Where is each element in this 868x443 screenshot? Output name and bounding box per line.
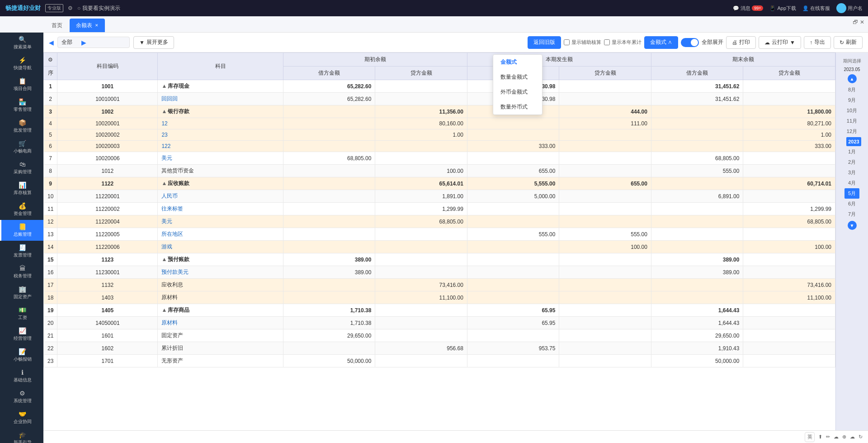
cell-name[interactable]: 游戏: [158, 241, 283, 253]
dropdown-item-0[interactable]: 金额式: [493, 55, 542, 70]
export-btn[interactable]: ↑ 导出: [804, 36, 831, 49]
table-row[interactable]: 3 1002 ▲银行存款 11,356.00 444.00 11,800.00: [44, 105, 835, 118]
sidebar-item-1[interactable]: ⚡快捷导航: [0, 53, 43, 74]
table-row[interactable]: 6 10020003 122 333.00 333.00: [44, 141, 835, 152]
sidebar-item-5[interactable]: 🛒小畅电商: [0, 137, 43, 157]
collapse-up-btn[interactable]: ▲: [848, 74, 857, 83]
cell-name[interactable]: 美元: [158, 152, 283, 165]
show-annual-checkbox[interactable]: 显示本年累计: [604, 39, 642, 46]
sidebar-item-0[interactable]: 🔍搜索菜单: [0, 33, 43, 53]
cell-name[interactable]: 回回回: [158, 93, 283, 105]
month-item-0[interactable]: 8月: [844, 85, 859, 95]
window-restore-icon[interactable]: 🗗: [853, 19, 858, 25]
table-row[interactable]: 2 10010001 回回回 65,282.60 33,830.98 31,45…: [44, 93, 835, 105]
month-item-10[interactable]: 5月: [844, 188, 859, 199]
sidebar-item-13[interactable]: 💵工资: [0, 303, 43, 324]
table-row[interactable]: 14 11220006 游戏 100.00 100.00: [44, 241, 835, 253]
settings-icon[interactable]: ⚙: [68, 5, 73, 11]
back-icon[interactable]: ◀: [49, 39, 54, 46]
table-row[interactable]: 8 1012 其他货币资金 100.00 655.00 555.00: [44, 165, 835, 177]
table-row[interactable]: 21 1601 固定资产 29,650.00 29,650.00: [44, 329, 835, 342]
table-row[interactable]: 5 10020002 23 1.00 1.00: [44, 129, 835, 141]
sidebar-item-17[interactable]: ⚙系统管理: [0, 386, 43, 407]
window-close-icon[interactable]: ✕: [860, 19, 864, 25]
sidebar-item-8[interactable]: 💰资金管理: [0, 199, 43, 220]
month-item-8[interactable]: 3月: [844, 167, 859, 178]
print-btn[interactable]: 🖨 打印: [726, 36, 756, 49]
dropdown-item-3[interactable]: 数量外币式: [493, 100, 542, 114]
demo-btn[interactable]: ○ 我要看实例演示: [77, 5, 120, 12]
show-auxiliary-checkbox[interactable]: 显示辅助核算: [564, 39, 601, 46]
refresh-status-icon[interactable]: ↻: [859, 434, 863, 440]
table-row[interactable]: 13 11220005 所在地区 555.00 555.00: [44, 228, 835, 241]
lang-btn[interactable]: 英: [805, 432, 815, 442]
cell-name[interactable]: 122: [158, 141, 283, 152]
table-row[interactable]: 12 11220004 美元 68,805.00 68,805.00: [44, 215, 835, 228]
table-row[interactable]: 4 10020001 12 80,160.00 111.00 80,271.00: [44, 118, 835, 129]
sidebar-item-16[interactable]: ℹ基础信息: [0, 366, 43, 386]
col-gear[interactable]: ⚙: [44, 53, 57, 67]
user-avatar[interactable]: 用户名: [836, 3, 863, 13]
sidebar-item-15[interactable]: 📝小畅报销: [0, 345, 43, 366]
edit-icon[interactable]: ✏: [826, 434, 830, 440]
month-item-5[interactable]: 2023: [846, 137, 861, 146]
sidebar-item-10[interactable]: 🧾发票管理: [0, 241, 43, 262]
cell-name[interactable]: 23: [158, 129, 283, 141]
table-row[interactable]: 18 1403 原材料 11,100.00 11,100.00: [44, 291, 835, 304]
table-row[interactable]: 9 1122 ▲应收账款 65,614.01 5,555.00 655.00 6…: [44, 177, 835, 190]
plus-icon[interactable]: ⊕: [842, 434, 846, 440]
sidebar-item-3[interactable]: 🏪零售管理: [0, 95, 43, 116]
table-row[interactable]: 1 1001 ▲库存现金 65,282.60 33,830.98 31,451.…: [44, 80, 835, 93]
tab-home[interactable]: 首页: [45, 19, 69, 32]
app-download-btn[interactable]: 📱 App下载: [769, 5, 796, 12]
cell-name[interactable]: 人民币: [158, 190, 283, 203]
table-row[interactable]: 11 11220002 往来标签 1,299.99 1,299.99: [44, 203, 835, 215]
dropdown-item-1[interactable]: 数量金额式: [493, 70, 542, 85]
cloud-print-btn[interactable]: ☁ 云打印 ▼: [759, 36, 801, 49]
month-item-1[interactable]: 9月: [844, 95, 859, 105]
table-row[interactable]: 17 1132 应收利息 73,416.00 73,416.00: [44, 279, 835, 291]
upload-icon[interactable]: ⬆: [818, 434, 822, 440]
cell-name[interactable]: 预付款美元: [158, 266, 283, 279]
cloud2-icon[interactable]: ☁: [850, 434, 855, 440]
sidebar-item-11[interactable]: 🏛税务管理: [0, 262, 43, 282]
cell-name[interactable]: 美元: [158, 215, 283, 228]
table-row[interactable]: 15 1123 ▲预付账款 389.00 389.00: [44, 253, 835, 266]
sidebar-item-4[interactable]: 📦批发管理: [0, 116, 43, 137]
month-item-7[interactable]: 2月: [844, 157, 859, 167]
return-old-btn[interactable]: 返回旧版: [528, 36, 561, 49]
month-item-2[interactable]: 10月: [844, 105, 859, 116]
month-item-12[interactable]: 7月: [844, 209, 859, 219]
cell-name[interactable]: 所在地区: [158, 228, 283, 241]
month-item-11[interactable]: 6月: [844, 199, 859, 209]
cloud-icon[interactable]: ☁: [834, 434, 839, 440]
sidebar-item-9[interactable]: 📒总账管理: [0, 220, 43, 241]
month-item-6[interactable]: 1月: [844, 147, 859, 157]
cell-name[interactable]: 原材料: [158, 317, 283, 329]
month-item-4[interactable]: 12月: [844, 126, 859, 137]
cell-name[interactable]: 往来标签: [158, 203, 283, 215]
table-row[interactable]: 16 11230001 预付款美元 389.00 389.00: [44, 266, 835, 279]
sidebar-item-14[interactable]: 📈经营管理: [0, 324, 43, 345]
table-row[interactable]: 23 1701 无形资产 50,000.00 50,000.00: [44, 355, 835, 367]
sidebar-item-19[interactable]: 🎓新手引导: [0, 428, 43, 443]
table-row[interactable]: 22 1602 累计折旧 956.68 953.75 1,910.43: [44, 342, 835, 355]
collapse-down-btn[interactable]: ▼: [848, 221, 857, 230]
sidebar-item-7[interactable]: 📊库存核算: [0, 178, 43, 199]
sidebar-item-6[interactable]: 🛍采购管理: [0, 157, 43, 178]
expand-more-btn[interactable]: ▼ 展开更多: [133, 36, 174, 49]
online-service-btn[interactable]: 👤 在线客服: [802, 5, 830, 12]
message-btn[interactable]: 💬 消息 99+: [733, 5, 763, 12]
month-item-9[interactable]: 4月: [844, 178, 859, 188]
search-forward-icon[interactable]: ▶: [81, 39, 86, 46]
table-row[interactable]: 19 1405 ▲库存商品 1,710.38 65.95 1,644.43: [44, 304, 835, 317]
sidebar-item-2[interactable]: 📋项目合同: [0, 74, 43, 95]
sidebar-item-12[interactable]: 🏢固定资产: [0, 282, 43, 303]
month-item-3[interactable]: 11月: [844, 116, 859, 126]
table-row[interactable]: 20 14050001 原材料 1,710.38 65.95 1,644.43: [44, 317, 835, 329]
sidebar-item-18[interactable]: 🤝企业协同: [0, 407, 43, 428]
tab-balance[interactable]: 余额表 ✕: [70, 19, 105, 32]
refresh-btn[interactable]: ↻ 刷新: [834, 36, 863, 49]
cell-name[interactable]: 12: [158, 118, 283, 129]
dropdown-item-2[interactable]: 外币金额式: [493, 85, 542, 100]
